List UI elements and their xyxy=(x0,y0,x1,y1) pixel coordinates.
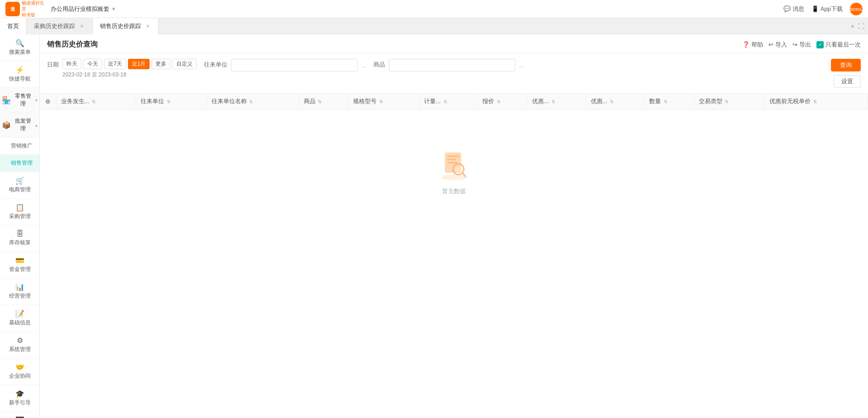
quick-nav-icon: ⚡ xyxy=(15,66,24,74)
sidebar-item-inventory[interactable]: 🗄 库存核算 xyxy=(0,225,39,252)
sidebar-item-quick-nav[interactable]: ⚡ 快捷导航 xyxy=(0,61,39,88)
sidebar-item-finance[interactable]: 💳 资金管理 xyxy=(0,252,39,278)
date-btn-today[interactable]: 今天 xyxy=(83,59,102,69)
date-btn-7days[interactable]: 近7天 xyxy=(104,59,126,69)
sidebar-item-app-center[interactable]: 🔲 应用中心 xyxy=(0,412,39,418)
close-purchase-tab-icon[interactable]: × xyxy=(79,23,85,29)
date-filter-group: 日期 昨天 今天 近7天 近1月 更多 自定义 2023-02-18 至 202… xyxy=(47,59,197,79)
data-table: ⚙ 业务发生... ⇅ 往来单位 ⇅ 往来单位名称 xyxy=(40,94,868,109)
main-layout: 🔍 搜索菜单 ⚡ 快捷导航 🏪 零售管理 ▾ 📦 批发管理 ▴ 营销推广 销售管… xyxy=(0,34,868,418)
settings-icon: ⚙ xyxy=(45,98,51,105)
tab-bar: 首页 采购历史价跟踪 × 销售历史价跟踪 × × ⛶ xyxy=(0,18,868,34)
sort-biz-date-icon: ⇅ xyxy=(92,99,95,104)
page-card: 销售历史价查询 ❓ 帮助 ↩ 导入 ↪ 导出 ✓ xyxy=(40,34,868,418)
th-trade-type[interactable]: 交易类型 ⇅ xyxy=(694,94,765,109)
sidebar-search-menu-label: 搜索菜单 xyxy=(9,48,31,56)
sidebar-item-retail-mgmt[interactable]: 🏪 零售管理 ▾ xyxy=(0,88,39,113)
th-partner-code[interactable]: 往来单位 ⇅ xyxy=(136,94,207,109)
content-area: 销售历史价查询 ❓ 帮助 ↩ 导入 ↪ 导出 ✓ xyxy=(40,34,868,418)
date-filter-label: 日期 xyxy=(47,59,59,69)
date-range-text: 2023-02-18 至 2023-03-18 xyxy=(62,71,197,79)
help-btn[interactable]: ❓ 帮助 xyxy=(742,41,763,49)
help-icon: ❓ xyxy=(742,41,750,48)
sort-discount1-icon: ⇅ xyxy=(552,99,555,104)
th-settings[interactable]: ⚙ xyxy=(40,94,56,109)
empty-state: 暂无数据 xyxy=(40,109,868,232)
th-pre-tax[interactable]: 优惠前无税单价 ⇅ xyxy=(765,94,868,109)
export-btn[interactable]: ↪ 导出 xyxy=(793,41,811,49)
logo-area: 通 畅捷通好生意 标准版 xyxy=(5,0,45,18)
th-quote-label: 报价 xyxy=(482,98,494,104)
th-discount2[interactable]: 优惠... ⇅ xyxy=(586,94,644,109)
sort-discount2-icon: ⇅ xyxy=(610,99,613,104)
sidebar-item-marketing[interactable]: 营销推广 xyxy=(0,138,39,155)
user-avatar-btn[interactable]: demo2 xyxy=(850,3,863,15)
table-header-row: ⚙ 业务发生... ⇅ 往来单位 ⇅ 往来单位名称 xyxy=(40,94,868,109)
goods-filter-label: 商品 xyxy=(373,59,385,69)
tab-bar-actions: × ⛶ xyxy=(851,23,868,30)
sidebar-item-search-menu[interactable]: 🔍 搜索菜单 xyxy=(0,34,39,61)
sidebar-ecommerce-label: 电商管理 xyxy=(9,186,31,194)
th-biz-date-label: 业务发生... xyxy=(61,98,90,104)
th-unit[interactable]: 计量... ⇅ xyxy=(420,94,478,109)
sidebar-item-wholesale-mgmt[interactable]: 📦 批发管理 ▴ xyxy=(0,113,39,138)
sidebar-finance-label: 资金管理 xyxy=(9,266,31,273)
th-discount2-label: 优惠... xyxy=(591,98,608,104)
sort-trade-type-icon: ⇅ xyxy=(725,99,728,104)
date-btn-yesterday[interactable]: 昨天 xyxy=(62,59,81,69)
mobile-icon: 📱 xyxy=(811,5,819,12)
sidebar-new-guide-label: 新手引导 xyxy=(9,399,31,407)
date-btn-more[interactable]: 更多 xyxy=(151,59,170,69)
page-title: 销售历史价查询 xyxy=(47,40,98,49)
page-header-right: ❓ 帮助 ↩ 导入 ↪ 导出 ✓ 只看最后一次 xyxy=(742,41,861,49)
close-sales-tab-icon[interactable]: × xyxy=(145,23,151,29)
top-header: 通 畅捷通好生意 标准版 办公用品行业模拟账套 ▾ 💬 消息 📱 App下载 d… xyxy=(0,0,868,18)
sidebar-purchase-mgmt-label: 采购管理 xyxy=(9,213,31,220)
sidebar-item-purchase-mgmt[interactable]: 📋 采购管理 xyxy=(0,199,39,225)
message-btn[interactable]: 💬 消息 xyxy=(783,5,804,13)
th-pre-tax-label: 优惠前无税单价 xyxy=(769,98,811,104)
th-partner-name[interactable]: 往来单位名称 ⇅ xyxy=(207,94,299,109)
fullscreen-icon[interactable]: ⛶ xyxy=(858,23,864,30)
sidebar-item-operations[interactable]: 📊 经营管理 xyxy=(0,278,39,305)
sidebar-item-ecommerce[interactable]: 🛒 电商管理 xyxy=(0,172,39,199)
sales-mgmt-label: 销售管理 xyxy=(11,159,33,167)
date-btn-custom[interactable]: 自定义 xyxy=(172,59,197,69)
retail-mgmt-icon: 🏪 xyxy=(2,96,11,104)
table-container: ⚙ 业务发生... ⇅ 往来单位 ⇅ 往来单位名称 xyxy=(40,94,868,418)
tab-sales-history[interactable]: 销售历史价跟踪 × xyxy=(93,18,159,34)
table-header: ⚙ 业务发生... ⇅ 往来单位 ⇅ 往来单位名称 xyxy=(40,94,868,109)
app-dropdown[interactable]: 办公用品行业模拟账套 ▾ xyxy=(51,5,115,13)
date-btn-1month[interactable]: 近1月 xyxy=(128,59,150,69)
finance-icon: 💳 xyxy=(15,256,24,265)
partner-dots[interactable]: ... xyxy=(361,62,366,69)
sidebar-item-new-guide[interactable]: 🎓 新手引导 xyxy=(0,385,39,412)
th-biz-date[interactable]: 业务发生... ⇅ xyxy=(56,94,136,109)
th-goods[interactable]: 商品 ⇅ xyxy=(299,94,349,109)
tab-purchase-history[interactable]: 采购历史价跟踪 × xyxy=(27,18,93,34)
import-btn[interactable]: ↩ 导入 xyxy=(769,41,787,49)
query-button[interactable]: 查询 xyxy=(831,59,861,71)
date-options: 昨天 今天 近7天 近1月 更多 自定义 2023-02-18 至 2023-0… xyxy=(62,59,197,79)
only-last-checkbox[interactable]: ✓ 只看最后一次 xyxy=(816,41,861,49)
app-download-btn[interactable]: 📱 App下载 xyxy=(811,5,843,13)
th-spec[interactable]: 规格型号 ⇅ xyxy=(349,94,420,109)
th-quantity[interactable]: 数量 ⇅ xyxy=(644,94,694,109)
sidebar-item-enterprise-collab[interactable]: 🤝 企业协同 xyxy=(0,358,39,385)
sidebar-item-basic-info[interactable]: 📝 基础信息 xyxy=(0,305,39,332)
th-quote[interactable]: 报价 ⇅ xyxy=(478,94,528,109)
partner-input[interactable] xyxy=(231,59,358,71)
enterprise-collab-icon: 🤝 xyxy=(15,363,24,371)
basic-info-icon: 📝 xyxy=(15,309,24,318)
tab-home[interactable]: 首页 xyxy=(0,18,27,34)
close-all-tabs-icon[interactable]: × xyxy=(851,23,854,30)
goods-dots[interactable]: ... xyxy=(519,62,524,69)
sort-pre-tax-icon: ⇅ xyxy=(813,99,817,104)
sidebar-item-sales-mgmt[interactable]: 销售管理 xyxy=(0,155,39,172)
goods-input[interactable] xyxy=(389,59,515,71)
new-guide-icon: 🎓 xyxy=(15,390,24,398)
sort-partner-name-icon: ⇅ xyxy=(249,99,253,104)
settings-button[interactable]: 设置 xyxy=(834,75,861,88)
sidebar-item-sys-mgmt[interactable]: ⚙ 系统管理 xyxy=(0,332,39,358)
th-discount1[interactable]: 优惠... ⇅ xyxy=(528,94,586,109)
